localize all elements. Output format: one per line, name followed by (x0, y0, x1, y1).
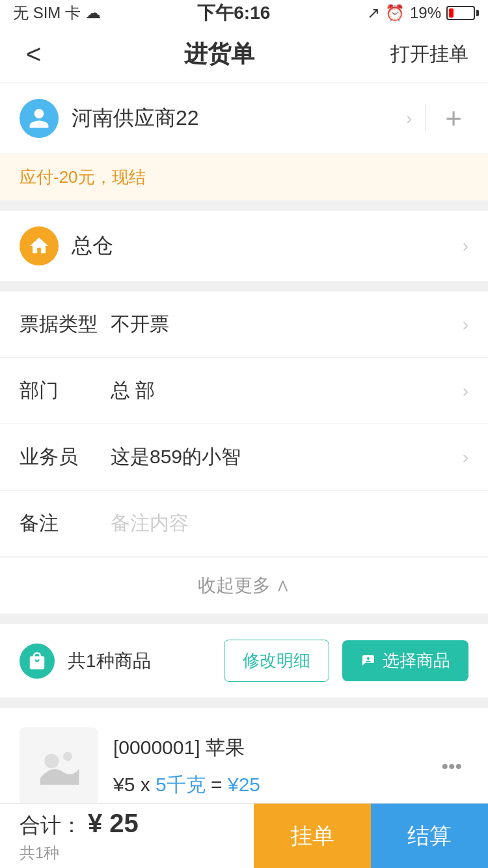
product-code: [0000001] (113, 737, 200, 758)
warehouse-name: 总仓 (72, 232, 463, 260)
products-icon (20, 644, 55, 679)
more-options-button[interactable]: ••• (435, 749, 468, 784)
product-image-icon (36, 744, 81, 789)
remark-label: 备注 (20, 510, 98, 537)
total-amount: ¥ 25 (88, 809, 139, 837)
select-product-label: 选择商品 (383, 649, 450, 672)
invoice-type-value: 不开票 (111, 311, 463, 338)
hang-button[interactable]: 挂单 (254, 804, 371, 869)
person-icon (27, 107, 51, 130)
collapse-button[interactable]: 收起更多 ∧ (0, 557, 488, 614)
total-sub: 共1种 (20, 843, 234, 863)
supplier-name: 河南供应商22 (72, 104, 406, 133)
department-label: 部门 (20, 377, 98, 404)
content-area: 河南供应商22 › + 应付-20元，现结 总仓 › 票据类型 不开票 › 部门… (0, 83, 488, 868)
status-time: 下午6:16 (197, 1, 270, 25)
battery-percent: 19% (410, 4, 441, 22)
warehouse-icon (20, 226, 59, 265)
form-section: 票据类型 不开票 › 部门 总 部 › 业务员 这是859的小智 › 备注 备注… (0, 292, 488, 614)
checkout-button[interactable]: 结算 (371, 804, 488, 869)
remark-value[interactable]: 备注内容 (111, 510, 468, 537)
products-section: 共1种商品 修改明细 选择商品 (0, 624, 488, 698)
back-button[interactable]: < (20, 33, 47, 75)
remark-row[interactable]: 备注 备注内容 (0, 491, 488, 557)
unit-price: ¥5 (113, 774, 135, 795)
status-left: 无 SIM 卡 ☁ (13, 3, 101, 23)
bottom-bar: 合计： ¥ 25 共1种 挂单 结算 (0, 803, 488, 868)
total-main: 合计： ¥ 25 (20, 809, 234, 840)
invoice-type-label: 票据类型 (20, 311, 98, 338)
info-banner: 应付-20元，现结 (0, 154, 488, 200)
home-icon (28, 235, 50, 257)
warehouse-section: 总仓 › (0, 211, 488, 281)
total-label: 合计： (20, 813, 82, 837)
supplier-row[interactable]: 河南供应商22 › + (0, 83, 488, 154)
add-button[interactable]: + (439, 102, 468, 135)
warehouse-chevron-icon: › (463, 236, 468, 256)
page-title: 进货单 (184, 38, 254, 70)
salesman-label: 业务员 (20, 444, 98, 470)
products-header: 共1种商品 修改明细 选择商品 (0, 624, 488, 698)
edit-detail-button[interactable]: 修改明细 (224, 640, 329, 682)
battery-icon (446, 6, 475, 20)
supplier-avatar (20, 99, 59, 138)
open-hang-button[interactable]: 打开挂单 (390, 41, 468, 68)
status-bar: 无 SIM 卡 ☁ 下午6:16 ↗ ⏰ 19% (0, 0, 488, 26)
alarm-icon: ⏰ (385, 4, 405, 22)
select-icon (360, 653, 376, 669)
products-count: 共1种商品 (68, 649, 211, 673)
vertical-divider (425, 105, 426, 131)
invoice-chevron-icon: › (463, 314, 468, 335)
select-product-button[interactable]: 选择商品 (342, 640, 468, 681)
supplier-section: 河南供应商22 › + 应付-20元，现结 (0, 83, 488, 200)
department-row[interactable]: 部门 总 部 › (0, 358, 488, 424)
salesman-value: 这是859的小智 (111, 444, 463, 470)
multiply-sign: x (141, 774, 156, 795)
sim-status: 无 SIM 卡 ☁ (13, 3, 101, 23)
total-area: 合计： ¥ 25 共1种 (0, 809, 254, 863)
svg-point-1 (63, 752, 72, 761)
salesman-row[interactable]: 业务员 这是859的小智 › (0, 424, 488, 491)
product-info: [0000001] 苹果 ¥5 x 5千克 = ¥25 (113, 735, 419, 798)
nav-bar: < 进货单 打开挂单 (0, 26, 488, 83)
equals-sign: = (211, 774, 228, 795)
department-value: 总 部 (111, 377, 463, 404)
department-chevron-icon: › (463, 381, 468, 401)
salesman-chevron-icon: › (463, 447, 468, 468)
svg-point-0 (44, 753, 59, 768)
quantity: 5千克 (156, 774, 206, 795)
status-right: ↗ ⏰ 19% (367, 4, 475, 22)
product-title: 苹果 (206, 737, 245, 758)
invoice-type-row[interactable]: 票据类型 不开票 › (0, 292, 488, 358)
product-name: [0000001] 苹果 (113, 735, 419, 761)
location-icon: ↗ (367, 4, 380, 22)
total-price: ¥25 (228, 774, 260, 795)
warehouse-row[interactable]: 总仓 › (0, 211, 488, 281)
product-thumbnail (20, 727, 98, 806)
product-price: ¥5 x 5千克 = ¥25 (113, 772, 419, 798)
shopping-bag-icon (27, 651, 47, 671)
supplier-chevron-icon: › (406, 108, 412, 129)
